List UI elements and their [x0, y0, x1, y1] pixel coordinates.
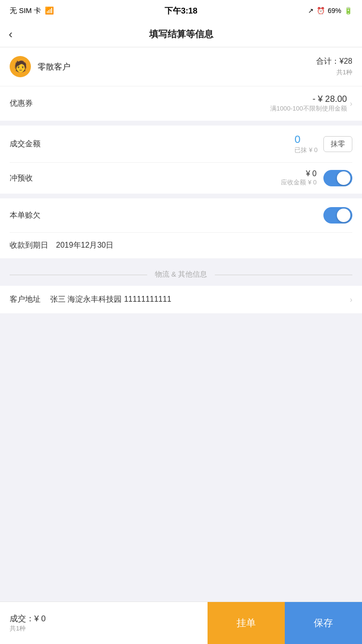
- status-time: 下午3:18: [165, 5, 197, 16]
- alarm-icon: ⏰: [317, 7, 325, 14]
- address-label: 客户地址: [10, 294, 41, 305]
- back-button[interactable]: ‹: [9, 28, 13, 41]
- prepay-label: 冲预收: [10, 173, 33, 183]
- no-sim-text: 无 SIM 卡: [10, 6, 41, 15]
- transaction-amount-label: 成交金额: [10, 139, 41, 149]
- coupon-info: - ¥ 28.00 满1000-100不限制使用金额: [270, 94, 347, 113]
- location-icon: ↗: [308, 7, 314, 14]
- divider-text: 物流 & 其他信息: [147, 270, 215, 278]
- prepay-row: 冲预收 ¥ 0 应收金额 ¥ 0: [10, 163, 352, 194]
- nav-bar: ‹ 填写结算等信息: [0, 21, 362, 47]
- transaction-amount-right: 0 已抹 ¥ 0 抹零: [294, 133, 352, 154]
- customer-left: 🧑 零散客户: [10, 56, 70, 77]
- wifi-icon: 📶: [45, 6, 54, 15]
- total-count: 共1种: [316, 68, 352, 77]
- main-content: 🧑 零散客户 合计：¥28 共1种 优惠券 - ¥ 28.00 满1000-10…: [0, 47, 362, 362]
- status-bar: 无 SIM 卡 📶 下午3:18 ↗ ⏰ 69% 🔋: [0, 0, 362, 21]
- customer-row: 🧑 零散客户 合计：¥28 共1种: [0, 47, 362, 86]
- page-title: 填写结算等信息: [149, 28, 213, 41]
- chevron-right-icon: ›: [350, 99, 352, 108]
- hang-button[interactable]: 挂单: [208, 602, 285, 644]
- battery-icon: 🔋: [344, 7, 352, 14]
- debt-toggle[interactable]: [323, 207, 352, 224]
- deal-text: 成交：: [10, 614, 34, 623]
- prepay-toggle[interactable]: [323, 170, 352, 186]
- save-button[interactable]: 保存: [285, 602, 362, 644]
- debt-section: 本单赊欠 收款到期日 2019年12月30日: [0, 198, 362, 258]
- address-section: 客户地址 张三 海淀永丰科技园 11111111111 ›: [0, 286, 362, 313]
- total-amount: 合计：¥28: [316, 56, 352, 67]
- coupon-label: 优惠券: [10, 98, 33, 109]
- rounding-button[interactable]: 抹零: [323, 136, 352, 152]
- due-date-row: 收款到期日 2019年12月30日: [10, 232, 352, 258]
- prepay-right: ¥ 0 应收金额 ¥ 0: [281, 169, 352, 187]
- transaction-amount-value: 0: [294, 133, 318, 146]
- coupon-row[interactable]: 优惠券 - ¥ 28.00 满1000-100不限制使用金额 ›: [0, 86, 362, 121]
- toggle-knob: [337, 171, 350, 185]
- coupon-discount: - ¥ 28.00: [270, 94, 347, 104]
- customer-card: 🧑 零散客户 合计：¥28 共1种 优惠券 - ¥ 28.00 满1000-10…: [0, 47, 362, 121]
- customer-right: 合计：¥28 共1种: [316, 56, 352, 77]
- status-right: ↗ ⏰ 69% 🔋: [308, 7, 352, 14]
- bottom-summary: 成交：¥ 0 共1种: [0, 613, 208, 633]
- prepay-amounts: ¥ 0 应收金额 ¥ 0: [281, 169, 317, 187]
- avatar-icon: 🧑: [14, 60, 27, 73]
- status-left: 无 SIM 卡 📶: [10, 6, 54, 15]
- coupon-right: - ¥ 28.00 满1000-100不限制使用金额 ›: [270, 94, 352, 113]
- transaction-amount-info: 0 已抹 ¥ 0: [294, 133, 318, 154]
- battery-text: 69%: [328, 7, 341, 14]
- deal-amount: ¥ 0: [34, 614, 46, 623]
- due-date-label: 收款到期日: [10, 240, 48, 251]
- prepay-sub-amount: 应收金额 ¥ 0: [281, 178, 317, 187]
- address-row[interactable]: 客户地址 张三 海淀永丰科技园 11111111111 ›: [10, 286, 352, 313]
- bottom-deal-label: 成交：¥ 0: [10, 613, 198, 624]
- transaction-section: 成交金额 0 已抹 ¥ 0 抹零 冲预收 ¥ 0 应收金额 ¥ 0: [0, 126, 362, 194]
- address-chevron-icon: ›: [350, 295, 352, 304]
- debt-label: 本单赊欠: [10, 210, 41, 221]
- due-date-value: 2019年12月30日: [56, 240, 113, 251]
- divider-section: 物流 & 其他信息: [0, 263, 362, 286]
- customer-name: 零散客户: [38, 61, 70, 72]
- bottom-bar: 成交：¥ 0 共1种 挂单 保存: [0, 602, 362, 644]
- prepay-main-amount: ¥ 0: [281, 169, 317, 178]
- debt-row: 本单赊欠: [10, 198, 352, 232]
- bottom-count: 共1种: [10, 624, 198, 633]
- transaction-amount-row: 成交金额 0 已抹 ¥ 0 抹零: [10, 126, 352, 163]
- avatar: 🧑: [10, 56, 31, 77]
- transaction-amount-sub: 已抹 ¥ 0: [294, 146, 318, 154]
- debt-toggle-knob: [337, 209, 350, 222]
- coupon-sub-text: 满1000-100不限制使用金额: [270, 104, 347, 113]
- address-value: 张三 海淀永丰科技园 11111111111: [50, 294, 350, 305]
